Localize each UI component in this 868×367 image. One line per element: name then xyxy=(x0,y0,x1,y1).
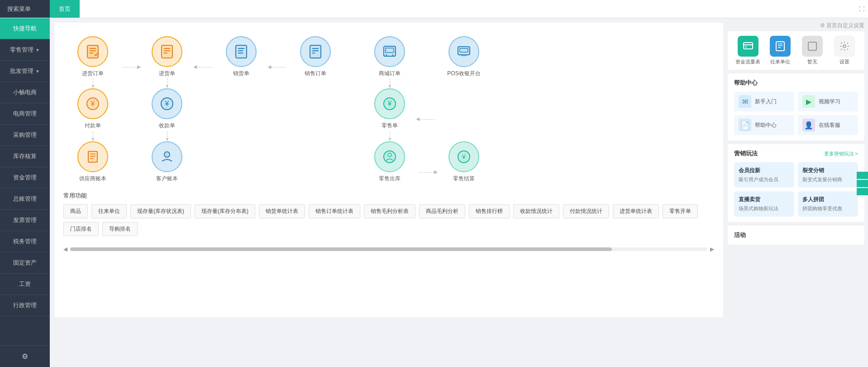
float-btn-customer-service[interactable]: 客服热线 xyxy=(857,172,868,179)
flow-node-supplier-account[interactable]: 供应商账本 xyxy=(63,141,122,183)
func-btn-receipt-stats[interactable]: 收款情况统计 xyxy=(513,204,559,218)
sidebar-item-xiaochangec[interactable]: 小畅电商 xyxy=(0,82,50,103)
marketing-item-member[interactable]: 会员拉新 吸引用户成为会员 xyxy=(734,162,794,188)
sidebar-item-inventory[interactable]: 库存核算 xyxy=(0,146,50,167)
help-item-beginner[interactable]: ✉ 新手入门 xyxy=(734,92,794,111)
flow-node-sales-invoice[interactable]: 销货单 xyxy=(212,36,271,77)
func-btn-store-rank[interactable]: 门店排名 xyxy=(63,222,99,236)
expand-icon[interactable]: ⛶ xyxy=(859,6,864,12)
func-btn-payment-stats[interactable]: 付款情况统计 xyxy=(563,204,609,218)
settings-gear-icon xyxy=(834,36,855,57)
customize-settings-link[interactable]: ⚙ 首页自定义设置 xyxy=(820,22,864,29)
marketing-item-live[interactable]: 直播卖货 场景式购物新玩法 xyxy=(734,191,794,217)
tab-home[interactable]: 首页 xyxy=(50,0,80,18)
func-btn-purchase-stats[interactable]: 进货单统计表 xyxy=(613,204,659,218)
func-btn-goods-profit[interactable]: 商品毛利分析 xyxy=(419,204,465,218)
flow-node-retail-outbound[interactable]: 零售出库 xyxy=(360,141,419,183)
flow-node-sales-order[interactable]: 销售订单 xyxy=(286,36,345,77)
float-btn-community[interactable]: 服务社区 xyxy=(857,180,868,187)
marketing-more-link[interactable]: 更多营销玩法 > xyxy=(824,150,858,157)
func-btn-sales-stats[interactable]: 销货单统计表 xyxy=(259,204,305,218)
fission-desc: 裂变式发展分销商 xyxy=(802,176,854,183)
beginner-label: 新手入门 xyxy=(755,98,777,106)
scroll-left-arrow[interactable]: ◀ xyxy=(63,246,67,252)
svg-text:¥: ¥ xyxy=(462,153,466,160)
svg-text:¥: ¥ xyxy=(387,100,392,107)
help-item-help-center[interactable]: 📄 帮助中心 xyxy=(734,115,794,135)
flow-node-retail-order[interactable]: ¥ 零售单 xyxy=(360,88,419,130)
func-btn-sales-rank[interactable]: 销售排行榜 xyxy=(469,204,510,218)
flow-node-customer-account[interactable]: 客户账本 xyxy=(138,141,196,183)
contacts-label: 往来单位 xyxy=(770,58,790,65)
quick-access-contacts[interactable]: 往来单位 xyxy=(766,36,794,65)
svg-rect-58 xyxy=(808,42,816,50)
flow-node-receipt[interactable]: ¥ 收款单 xyxy=(138,88,196,130)
pos-label: POS收银开台 xyxy=(447,70,480,77)
marketing-item-fission[interactable]: 裂变分销 裂变式发展分销商 xyxy=(798,162,858,188)
sidebar-item-label: 行政管理 xyxy=(13,301,37,309)
svg-rect-38 xyxy=(88,151,97,162)
mall-order-label: 商城订单 xyxy=(379,70,401,77)
activity-title: 活动 xyxy=(734,231,858,239)
quick-access-settings[interactable]: 设置 xyxy=(830,36,858,65)
live-desc: 场景式购物新玩法 xyxy=(739,205,790,212)
search-menu[interactable]: 搜索菜单 xyxy=(0,0,50,18)
customer-account-icon xyxy=(152,141,182,172)
func-btn-goods[interactable]: 商品 xyxy=(63,204,88,218)
quick-access-placeholder[interactable]: 暂无 xyxy=(798,36,826,65)
search-menu-label: 搜索菜单 xyxy=(7,5,31,13)
func-btn-sales-profit[interactable]: 销售毛利分析表 xyxy=(364,204,415,218)
retail-order-label: 零售单 xyxy=(382,122,398,130)
sidebar-item-quick-nav[interactable]: 快捷导航 xyxy=(0,18,50,39)
func-btn-guide-rank[interactable]: 导购排名 xyxy=(102,222,138,236)
sidebar-item-purchase[interactable]: 采购管理 xyxy=(0,125,50,146)
func-btn-inventory-dist[interactable]: 现存量(库存分布表) xyxy=(195,204,255,218)
purchase-receipt-label: 进货单 xyxy=(159,70,175,77)
beginner-icon: ✉ xyxy=(739,95,751,108)
sidebar-settings-button[interactable]: ⚙ xyxy=(0,345,50,367)
sidebar-item-fixed-assets[interactable]: 固定资产 xyxy=(0,252,50,274)
help-item-online-service[interactable]: 👤 在线客服 xyxy=(798,115,858,135)
func-btn-inventory-status[interactable]: 现存量(库存状况表) xyxy=(130,204,191,218)
func-btn-retail-order[interactable]: 零售开单 xyxy=(663,204,698,218)
sidebar-item-retail[interactable]: 零售管理 ▼ xyxy=(0,39,50,61)
quick-access-cash-flow[interactable]: 资金流量表 xyxy=(734,36,762,65)
sidebar-item-tax[interactable]: 税务管理 xyxy=(0,231,50,252)
sidebar-item-admin[interactable]: 行政管理 xyxy=(0,295,50,316)
sidebar-item-label: 发票管理 xyxy=(13,216,37,224)
sidebar-item-label: 库存核算 xyxy=(13,152,37,160)
flow-node-payment[interactable]: ¥ 付款单 xyxy=(63,88,122,130)
sidebar-item-general-ledger[interactable]: 总账管理 xyxy=(0,188,50,210)
func-btn-sales-order-stats[interactable]: 销售订单统计表 xyxy=(309,204,360,218)
contacts-icon xyxy=(770,36,791,57)
scroll-right-arrow[interactable]: ▶ xyxy=(710,246,714,252)
svg-point-59 xyxy=(843,45,846,48)
retail-settlement-label: 零售结算 xyxy=(453,175,475,183)
video-icon: ▶ xyxy=(802,95,815,108)
marketing-item-group[interactable]: 多人拼团 拼团购物享受优惠 xyxy=(798,191,858,217)
float-btn-desktop[interactable]: 桌面快捷 xyxy=(857,188,868,195)
sidebar-item-wholesale[interactable]: 批发管理 ▼ xyxy=(0,61,50,82)
sidebar-item-invoice[interactable]: 发票管理 xyxy=(0,210,50,231)
sidebar-item-label: 小畅电商 xyxy=(13,88,37,97)
func-btn-contacts[interactable]: 往来单位 xyxy=(91,204,127,218)
flow-node-purchase-receipt[interactable]: 进货单 xyxy=(138,36,196,77)
marketing-panel: 营销玩法 更多营销玩法 > 会员拉新 吸引用户成为会员 裂变分销 裂变式发展分销… xyxy=(728,144,864,222)
tab-home-label: 首页 xyxy=(59,5,71,13)
quick-access-icons: 资金流量表 往来单位 暂无 xyxy=(734,36,858,65)
sidebar-item-finance[interactable]: 资金管理 xyxy=(0,167,50,188)
help-item-video[interactable]: ▶ 视频学习 xyxy=(798,92,858,111)
flow-node-mall-order[interactable]: 商城订单 xyxy=(360,36,419,77)
flow-node-pos[interactable]: POS收银开台 xyxy=(434,36,493,77)
sidebar-item-label: 工资 xyxy=(19,280,31,288)
retail-settlement-icon: ¥ xyxy=(448,141,479,172)
fission-title: 裂变分销 xyxy=(802,167,854,174)
sidebar-item-salary[interactable]: 工资 xyxy=(0,274,50,295)
activity-panel: 活动 xyxy=(728,226,864,245)
sidebar-item-ecommerce[interactable]: 电商管理 xyxy=(0,103,50,125)
horizontal-scrollbar[interactable]: ◀ ▶ xyxy=(63,243,714,255)
marketing-header: 营销玩法 更多营销玩法 > xyxy=(734,150,858,158)
right-panel: ⚙ 首页自定义设置 资金流量表 往来单位 xyxy=(728,18,868,367)
flow-node-purchase-order[interactable]: 进货订单 xyxy=(63,36,122,77)
flow-node-retail-settlement[interactable]: ¥ 零售结算 xyxy=(434,141,493,183)
